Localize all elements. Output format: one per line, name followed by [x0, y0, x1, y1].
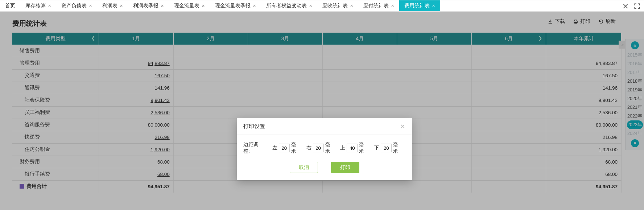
- margin-bottom-label: 下: [374, 145, 379, 151]
- tab-8[interactable]: 应收统计表✕: [317, 0, 358, 11]
- margin-left-input[interactable]: [279, 144, 290, 152]
- tab-5[interactable]: 现金流量表✕: [169, 0, 210, 11]
- tab-6[interactable]: 现金流量表季报✕: [210, 0, 261, 11]
- tab-close-icon[interactable]: ✕: [391, 4, 394, 8]
- dialog-close-icon[interactable]: ✕: [400, 123, 405, 131]
- tab-label: 应收统计表: [322, 3, 348, 9]
- margin-bottom-unit: 毫米: [393, 141, 402, 155]
- tab-label: 现金流量表季报: [215, 3, 251, 9]
- tab-4[interactable]: 利润表季报✕: [128, 0, 169, 11]
- tab-7[interactable]: 所有者权益变动表✕: [261, 0, 317, 11]
- tab-close-icon[interactable]: ✕: [309, 4, 312, 8]
- margin-label: 边距调整:: [243, 141, 265, 155]
- tab-label: 资产负债表: [61, 3, 87, 9]
- margin-left-unit: 毫米: [291, 141, 301, 155]
- margin-right-input[interactable]: [313, 144, 324, 152]
- tab-label: 现金流量表: [174, 3, 199, 9]
- tab-close-icon[interactable]: ✕: [120, 4, 123, 8]
- print-settings-dialog: 打印设置 ✕ 边距调整: 左 毫米 右 毫米 上 毫米 下: [237, 118, 412, 180]
- print-ok-button[interactable]: 打印: [331, 162, 359, 173]
- margin-top-label: 上: [340, 145, 345, 151]
- tab-close-icon[interactable]: ✕: [253, 4, 256, 8]
- tab-label: 利润表: [102, 3, 117, 9]
- margin-right-label: 右: [306, 145, 311, 151]
- margin-row: 边距调整: 左 毫米 右 毫米 上 毫米 下 毫米: [243, 141, 405, 155]
- dialog-title: 打印设置: [243, 123, 265, 130]
- tab-label: 库存核算: [25, 3, 46, 9]
- tab-10[interactable]: 费用统计表✕: [399, 0, 440, 11]
- dialog-header: 打印设置 ✕: [237, 118, 412, 135]
- tab-close-icon[interactable]: ✕: [89, 4, 92, 8]
- tab-close-icon[interactable]: ✕: [432, 4, 435, 8]
- close-all-icon[interactable]: [622, 3, 629, 9]
- tab-3[interactable]: 利润表✕: [97, 0, 128, 11]
- margin-top-input[interactable]: [347, 144, 358, 152]
- margin-bottom-input[interactable]: [381, 144, 392, 152]
- tab-label: 费用统计表: [404, 3, 430, 9]
- tab-1[interactable]: 库存核算✕: [20, 0, 56, 11]
- tab-9[interactable]: 应付统计表✕: [358, 0, 399, 11]
- tab-close-icon[interactable]: ✕: [350, 4, 353, 8]
- margin-top-unit: 毫米: [359, 141, 368, 155]
- margin-left-label: 左: [272, 145, 277, 151]
- tab-close-icon[interactable]: ✕: [48, 4, 51, 8]
- tab-2[interactable]: 资产负债表✕: [56, 0, 97, 11]
- tab-close-icon[interactable]: ✕: [161, 4, 164, 8]
- tabs-bar: 首页库存核算✕资产负债表✕利润表✕利润表季报✕现金流量表✕现金流量表季报✕所有者…: [0, 0, 644, 12]
- tabs-right-controls: [622, 0, 644, 12]
- tab-label: 首页: [5, 3, 15, 9]
- tab-label: 应付统计表: [363, 3, 389, 9]
- tab-label: 利润表季报: [133, 3, 158, 9]
- tab-label: 所有者权益变动表: [266, 3, 307, 9]
- cancel-button[interactable]: 取消: [290, 162, 318, 173]
- fullscreen-icon[interactable]: [634, 3, 640, 9]
- tab-close-icon[interactable]: ✕: [202, 4, 205, 8]
- margin-right-unit: 毫米: [325, 141, 335, 155]
- tab-0[interactable]: 首页: [0, 0, 20, 11]
